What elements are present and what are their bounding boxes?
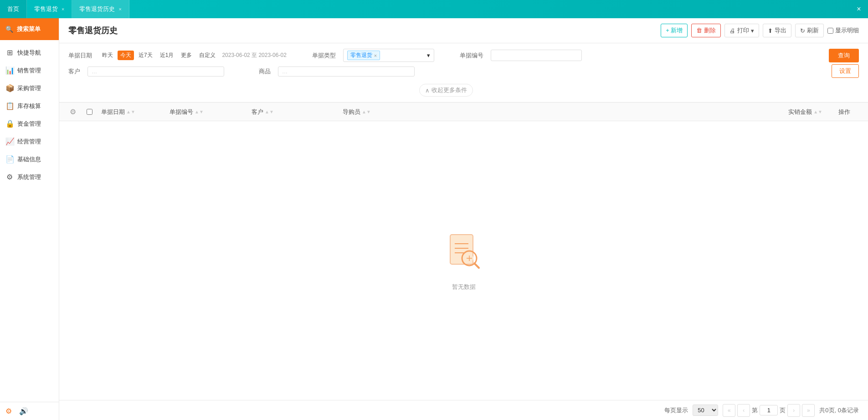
sidebar-item-purchase-mgmt-label: 采购管理 bbox=[17, 84, 41, 92]
pagination-summary: 共0页, 0条记录 bbox=[819, 406, 859, 415]
filter-area: 单据日期 昨天 今天 近7天 近1月 更多 自定义 2023-06-02 至 2… bbox=[59, 43, 868, 102]
goods-select[interactable]: … bbox=[278, 67, 415, 77]
customer-placeholder: … bbox=[92, 68, 97, 75]
first-page-button[interactable]: « bbox=[723, 404, 735, 417]
th-customer[interactable]: 客户 ▲▼ bbox=[248, 108, 339, 116]
sidebar-item-inventory-calc[interactable]: 📋 库存核算 bbox=[0, 97, 59, 115]
sidebar-item-system-mgmt[interactable]: ⚙ 系统管理 bbox=[0, 168, 59, 186]
collapse-up-icon: ∧ bbox=[425, 87, 430, 94]
tab-retail-return[interactable]: 零售退货 × bbox=[27, 0, 72, 18]
date-opt-custom[interactable]: 自定义 bbox=[196, 51, 218, 60]
filter-main-row: 单据日期 昨天 今天 近7天 近1月 更多 自定义 2023-06-02 至 2… bbox=[68, 49, 859, 97]
tab-retail-return-close[interactable]: × bbox=[62, 6, 64, 12]
th-action: 操作 bbox=[826, 108, 863, 116]
print-button[interactable]: 🖨 打印 ▾ bbox=[724, 24, 759, 37]
doc-type-select[interactable]: 零售退货 × ▾ bbox=[343, 49, 434, 62]
page-input[interactable] bbox=[760, 405, 778, 415]
window-close-button[interactable]: × bbox=[850, 0, 868, 18]
doc-type-label: 单据类型 bbox=[312, 51, 336, 60]
main-layout: 🔍 搜索菜单 ⊞ 快捷导航 📊 销售管理 📦 采购管理 📋 库存核算 🔒 bbox=[0, 18, 868, 420]
collapse-label: 收起更多条件 bbox=[431, 86, 467, 94]
date-opt-week[interactable]: 近7天 bbox=[136, 51, 155, 60]
date-options: 昨天 今天 近7天 近1月 更多 自定义 2023-06-02 至 2023-0… bbox=[99, 51, 287, 60]
print-label: 打印 bbox=[737, 26, 749, 35]
th-amount[interactable]: 实销金额 ▲▼ bbox=[430, 108, 826, 116]
prev-page-button[interactable]: ‹ bbox=[737, 404, 750, 417]
date-opt-more[interactable]: 更多 bbox=[178, 51, 195, 60]
basic-info-icon: 📄 bbox=[5, 155, 14, 164]
tab-home-label: 首页 bbox=[7, 5, 19, 13]
empty-state: 暂无数据 bbox=[59, 121, 868, 400]
sidebar-item-basic-info[interactable]: 📄 基础信息 bbox=[0, 150, 59, 168]
th-action-label: 操作 bbox=[838, 108, 850, 116]
date-opt-month[interactable]: 近1月 bbox=[157, 51, 177, 60]
export-icon: ⬆ bbox=[768, 27, 773, 34]
th-date[interactable]: 单据日期 ▲▼ bbox=[98, 108, 166, 116]
capital-mgmt-icon: 🔒 bbox=[5, 119, 14, 128]
content-area: 零售退货历史 + 新增 🗑 删除 🖨 打印 ▾ ⬆ 导出 ↻ 刷新 bbox=[59, 18, 868, 420]
date-filter-label: 单据日期 bbox=[68, 51, 92, 60]
th-no[interactable]: 单据编号 ▲▼ bbox=[166, 108, 248, 116]
show-detail-label: 显示明细 bbox=[835, 26, 859, 35]
settings-button[interactable]: 设置 bbox=[832, 64, 859, 78]
date-opt-today[interactable]: 今天 bbox=[118, 51, 134, 60]
new-button[interactable]: + 新增 bbox=[661, 24, 688, 37]
doc-type-tag-close[interactable]: × bbox=[374, 53, 377, 58]
date-range-display: 2023-06-02 至 2023-06-02 bbox=[222, 51, 286, 59]
sidebar-item-basic-info-label: 基础信息 bbox=[17, 155, 41, 164]
page-label: 第 bbox=[752, 406, 758, 415]
select-all-input[interactable] bbox=[87, 109, 92, 115]
sidebar-item-quick-nav[interactable]: ⊞ 快捷导航 bbox=[0, 44, 59, 61]
tab-retail-return-history-close[interactable]: × bbox=[118, 6, 121, 12]
query-button[interactable]: 查询 bbox=[829, 49, 859, 62]
table-header: ⚙ 单据日期 ▲▼ 单据编号 ▲▼ 客户 ▲▼ 导购员 bbox=[59, 103, 868, 121]
per-page-select[interactable]: 50 10 20 100 bbox=[693, 405, 718, 416]
show-detail-checkbox[interactable] bbox=[827, 28, 833, 34]
th-date-label: 单据日期 bbox=[101, 108, 125, 116]
th-guide[interactable]: 导购员 ▲▼ bbox=[339, 108, 430, 116]
sidebar-search-text: 搜索菜单 bbox=[17, 25, 41, 33]
th-date-sort-icon: ▲▼ bbox=[126, 110, 135, 114]
show-detail-checkbox-label[interactable]: 显示明细 bbox=[827, 26, 859, 35]
sidebar-item-sales-mgmt[interactable]: 📊 销售管理 bbox=[0, 61, 59, 79]
goods-label: 商品 bbox=[259, 67, 271, 76]
page-header: 零售退货历史 + 新增 🗑 删除 🖨 打印 ▾ ⬆ 导出 ↻ 刷新 bbox=[59, 18, 868, 43]
th-customer-sort-icon: ▲▼ bbox=[265, 110, 274, 114]
th-no-sort-icon: ▲▼ bbox=[195, 110, 204, 114]
tab-home[interactable]: 首页 bbox=[0, 0, 27, 18]
sidebar-search[interactable]: 🔍 搜索菜单 bbox=[0, 18, 59, 40]
last-page-button[interactable]: » bbox=[802, 404, 815, 417]
th-guide-sort-icon: ▲▼ bbox=[362, 110, 371, 114]
print-chevron-icon: ▾ bbox=[751, 27, 754, 34]
audio-bottom-icon[interactable]: 🔊 bbox=[19, 407, 28, 415]
customer-select[interactable]: … bbox=[87, 67, 224, 77]
tab-retail-return-history[interactable]: 零售退货历史 × bbox=[72, 0, 129, 18]
sidebar-item-quick-nav-label: 快捷导航 bbox=[17, 49, 41, 57]
system-mgmt-icon: ⚙ bbox=[5, 173, 14, 181]
quick-nav-icon: ⊞ bbox=[5, 48, 14, 57]
delete-button[interactable]: 🗑 删除 bbox=[691, 24, 721, 37]
collapse-button[interactable]: ∧ 收起更多条件 bbox=[419, 84, 473, 97]
sidebar-item-operations-mgmt[interactable]: 📈 经营管理 bbox=[0, 133, 59, 150]
refresh-button[interactable]: ↻ 刷新 bbox=[795, 24, 824, 37]
th-guide-label: 导购员 bbox=[343, 108, 360, 116]
page-title: 零售退货历史 bbox=[68, 25, 118, 36]
goods-placeholder: … bbox=[282, 68, 288, 75]
sidebar-bottom: ⚙ 🔊 bbox=[0, 402, 59, 420]
table-select-all-checkbox[interactable] bbox=[81, 109, 98, 115]
print-icon: 🖨 bbox=[729, 27, 735, 34]
settings-bottom-icon[interactable]: ⚙ bbox=[5, 407, 12, 415]
inventory-calc-icon: 📋 bbox=[5, 102, 14, 110]
export-button[interactable]: ⬆ 导出 bbox=[763, 24, 791, 37]
sidebar: 🔍 搜索菜单 ⊞ 快捷导航 📊 销售管理 📦 采购管理 📋 库存核算 🔒 bbox=[0, 18, 59, 420]
th-amount-label: 实销金额 bbox=[788, 108, 812, 116]
sidebar-item-purchase-mgmt[interactable]: 📦 采购管理 bbox=[0, 79, 59, 97]
filter-divider: ∧ 收起更多条件 bbox=[68, 81, 823, 97]
sidebar-item-capital-mgmt[interactable]: 🔒 资金管理 bbox=[0, 115, 59, 133]
doc-no-input[interactable] bbox=[491, 50, 582, 61]
th-customer-label: 客户 bbox=[252, 108, 263, 116]
table-settings-icon[interactable]: ⚙ bbox=[65, 108, 81, 116]
date-opt-yesterday[interactable]: 昨天 bbox=[99, 51, 116, 60]
sales-mgmt-icon: 📊 bbox=[5, 66, 14, 75]
next-page-button[interactable]: › bbox=[787, 404, 800, 417]
